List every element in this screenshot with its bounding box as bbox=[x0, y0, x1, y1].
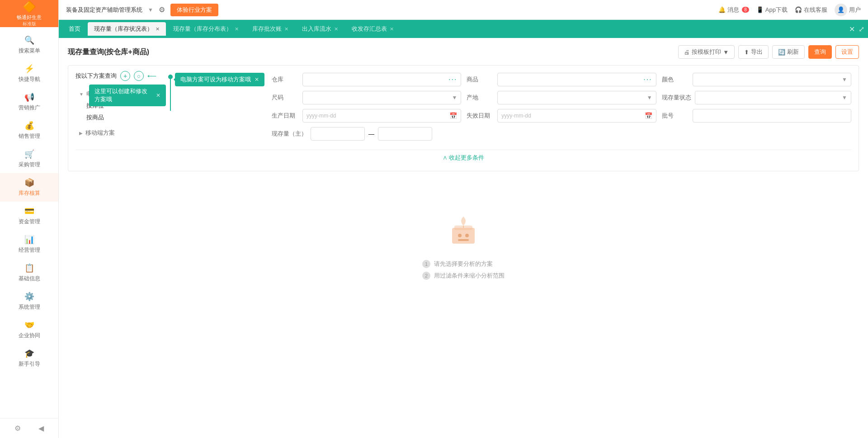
tab-receive-send-close[interactable]: ✕ bbox=[390, 26, 394, 32]
size-select[interactable]: ▼ bbox=[302, 91, 461, 104]
sidebar-item-operations[interactable]: 📊 经营管理 bbox=[0, 230, 58, 259]
origin-select[interactable]: ▼ bbox=[497, 91, 656, 104]
hint-num-1: 1 bbox=[422, 260, 430, 268]
collapse-sidebar-button[interactable]: ◀ bbox=[38, 424, 44, 433]
gear-icon: ⚙️ bbox=[24, 292, 34, 301]
page-title: 现存量查询(按仓库+商品) bbox=[68, 47, 149, 57]
system-name: 装备及固定资产辅助管理系统 bbox=[66, 6, 142, 14]
sidebar-item-inventory[interactable]: 📦 库存核算 bbox=[0, 173, 58, 202]
edit-tooltip-close[interactable]: ✕ bbox=[156, 92, 160, 99]
connector-line bbox=[170, 75, 171, 111]
query-button[interactable]: 查询 bbox=[808, 45, 832, 59]
sidebar-item-search[interactable]: 🔍 搜索菜单 bbox=[0, 31, 58, 59]
sidebar-item-system[interactable]: ⚙️ 系统管理 bbox=[0, 287, 58, 316]
chevron-right-icon: ▶ bbox=[79, 131, 83, 136]
refresh-button[interactable]: 🔄 刷新 bbox=[772, 45, 805, 59]
industry-btn[interactable]: 体验行业方案 bbox=[170, 4, 218, 16]
cart-icon: 🛒 bbox=[24, 149, 34, 159]
message-button[interactable]: 🔔 消息 8 bbox=[718, 6, 749, 14]
sidebar-item-guide[interactable]: 🎓 新手引导 bbox=[0, 344, 58, 372]
production-date-calendar-icon[interactable]: 📅 bbox=[449, 112, 457, 119]
online-support-label: 在线客服 bbox=[804, 6, 827, 14]
expiry-date-input[interactable]: yyyy-mm-dd 📅 bbox=[497, 109, 656, 122]
mobile-scheme-group: ▶ 移动端方案 bbox=[75, 127, 166, 139]
sidebar-item-marketing[interactable]: 📢 营销推广 bbox=[0, 88, 58, 116]
sidebar-item-sales[interactable]: 💰 销售管理 bbox=[0, 116, 58, 145]
status-label: 现存量状态 bbox=[662, 94, 691, 102]
sidebar-item-quick[interactable]: ⚡ 快捷导航 bbox=[0, 59, 58, 88]
svg-rect-0 bbox=[452, 228, 475, 244]
refresh-label: 刷新 bbox=[787, 48, 799, 56]
sidebar-item-finance[interactable]: 💳 资金管理 bbox=[0, 202, 58, 230]
export-button[interactable]: ⬆ 导出 bbox=[738, 45, 769, 59]
close-all-tabs-button[interactable]: ✕ bbox=[849, 25, 855, 33]
scheme-tooltip-area: 电脑方案可设为移动方案哦 ✕ 仓库 ··· bbox=[175, 71, 851, 145]
tab-batch-ledger-close[interactable]: ✕ bbox=[284, 26, 288, 32]
add-scheme-button[interactable]: + bbox=[120, 71, 130, 81]
header-gear-icon[interactable]: ⚙ bbox=[159, 5, 165, 14]
sidebar-item-enterprise[interactable]: 🤝 企业协同 bbox=[0, 316, 58, 344]
filter-header-label: 按以下方案查询 bbox=[75, 72, 117, 80]
expiry-date-calendar-icon[interactable]: 📅 bbox=[645, 112, 652, 119]
app-download-button[interactable]: 📱 App下载 bbox=[756, 6, 788, 14]
tab-in-out-flow[interactable]: 出入库流水 ✕ bbox=[296, 22, 344, 36]
tab-home[interactable]: 首页 bbox=[62, 22, 87, 36]
lightning-icon: ⚡ bbox=[24, 64, 34, 74]
collapse-bar[interactable]: ∧ 收起更多条件 bbox=[75, 150, 851, 165]
graduation-icon: 🎓 bbox=[24, 349, 34, 358]
goods-field: 商品 ··· bbox=[467, 73, 656, 86]
batch-input[interactable] bbox=[693, 109, 851, 122]
sidebar-item-enterprise-label: 企业协同 bbox=[19, 332, 40, 339]
size-field: 尺码 ▼ bbox=[272, 91, 461, 104]
system-dropdown-icon[interactable]: ▼ bbox=[148, 7, 153, 13]
warehouse-dots-icon[interactable]: ··· bbox=[448, 75, 457, 84]
scheme-tooltip-close[interactable]: ✕ bbox=[255, 76, 259, 83]
megaphone-icon: 📢 bbox=[24, 92, 34, 102]
empty-hints: 1 请先选择要分析的方案 2 用过滤条件来缩小分析范围 bbox=[422, 260, 505, 280]
stock-qty-from-input[interactable] bbox=[311, 127, 365, 141]
mobile-scheme-header[interactable]: ▶ 移动端方案 bbox=[75, 127, 166, 139]
tab-receive-send[interactable]: 收发存汇总表 ✕ bbox=[345, 22, 400, 36]
tab-batch-ledger[interactable]: 库存批次账 ✕ bbox=[246, 22, 295, 36]
export-icon: ⬆ bbox=[744, 49, 749, 56]
goods-select[interactable]: ··· bbox=[497, 73, 656, 86]
settings-footer-button[interactable]: ⚙ bbox=[14, 424, 21, 433]
tab-inventory-dist-close[interactable]: ✕ bbox=[235, 26, 239, 32]
size-label: 尺码 bbox=[272, 94, 299, 102]
color-select[interactable]: ▼ bbox=[693, 73, 851, 86]
settings-button[interactable]: 设置 bbox=[835, 45, 859, 59]
origin-label: 产地 bbox=[467, 94, 494, 102]
stock-qty-to-input[interactable] bbox=[378, 127, 432, 141]
color-label: 颜色 bbox=[662, 75, 689, 84]
package-icon: 📦 bbox=[24, 178, 34, 188]
tab-inventory-status-close[interactable]: ✕ bbox=[156, 26, 160, 32]
user-menu[interactable]: 👤 用户 bbox=[835, 4, 861, 16]
size-chevron-icon: ▼ bbox=[452, 94, 457, 101]
empty-hint-2: 2 用过滤条件来缩小分析范围 bbox=[422, 272, 505, 280]
sidebar-nav: 🔍 搜索菜单 ⚡ 快捷导航 📢 营销推广 💰 销售管理 🛒 采购管理 📦 库存核… bbox=[0, 27, 58, 418]
warehouse-select[interactable]: ··· bbox=[302, 73, 461, 86]
main-content: 现存量查询(按仓库+商品) 🖨 按模板打印 ▼ ⬆ 导出 🔄 刷新 查询 bbox=[59, 38, 868, 438]
tab-in-out-flow-close[interactable]: ✕ bbox=[334, 26, 338, 32]
sidebar-item-inventory-label: 库存核算 bbox=[19, 189, 40, 197]
edit-tooltip: 这里可以创建和修改方案哦 ✕ bbox=[89, 85, 166, 106]
edit-scheme-button[interactable]: ○ bbox=[134, 71, 144, 81]
empty-state: 1 请先选择要分析的方案 2 用过滤条件来缩小分析范围 bbox=[68, 171, 859, 316]
sidebar-item-base[interactable]: 📋 基础信息 bbox=[0, 259, 58, 287]
online-support-button[interactable]: 🎧 在线客服 bbox=[795, 6, 827, 14]
production-date-input[interactable]: yyyy-mm-dd 📅 bbox=[302, 109, 461, 122]
tab-receive-send-label: 收发存汇总表 bbox=[352, 25, 387, 33]
template-print-label: 按模板打印 bbox=[692, 48, 721, 56]
status-select[interactable]: ▼ bbox=[695, 91, 851, 104]
scheme-item-2[interactable]: 按商品 bbox=[75, 112, 166, 123]
expand-tab-button[interactable]: ⤢ bbox=[859, 25, 864, 33]
tab-inventory-dist[interactable]: 现存量（库存分布表） ✕ bbox=[167, 22, 245, 36]
sidebar-item-purchase[interactable]: 🛒 采购管理 bbox=[0, 145, 58, 173]
logo-badge: 标准版 bbox=[23, 21, 36, 27]
template-print-button[interactable]: 🖨 按模板打印 ▼ bbox=[678, 45, 735, 59]
query-label: 查询 bbox=[814, 48, 826, 56]
arrow-left-icon[interactable]: ⟵ bbox=[147, 72, 156, 80]
tab-inventory-status[interactable]: 现存量（库存状况表） ✕ bbox=[88, 22, 166, 36]
warehouse-label: 仓库 bbox=[272, 75, 299, 84]
goods-dots-icon[interactable]: ··· bbox=[643, 75, 652, 84]
